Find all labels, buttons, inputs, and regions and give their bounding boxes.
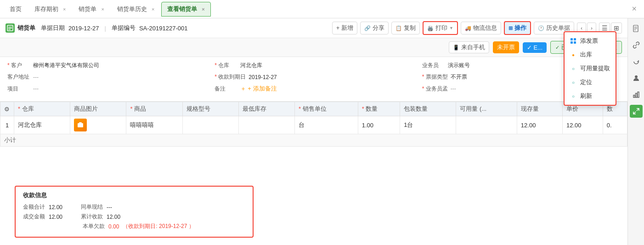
tab-sales-close[interactable]: × xyxy=(101,6,104,12)
col-current: 现存量 xyxy=(517,102,562,116)
dropdown-outbound[interactable]: ● 出库 xyxy=(565,48,616,62)
copy-button[interactable]: 📋 复制 xyxy=(391,22,420,34)
row-product-img xyxy=(70,116,126,134)
same-order-settlement-label: 同单现结 xyxy=(81,203,103,211)
copy-label: 复制 xyxy=(404,24,416,32)
row-spec xyxy=(182,116,238,134)
col-available: 可用量 (... xyxy=(456,102,517,116)
refresh-sidebar-icon[interactable] xyxy=(630,55,643,68)
col-product: * 商品 xyxy=(126,102,182,116)
chart-sidebar-icon[interactable] xyxy=(630,88,643,101)
current-due-value: 0.00 xyxy=(108,223,119,230)
dropdown-available-extract[interactable]: ○ 可用量提取 xyxy=(565,62,616,75)
available-extract-label: 可用量提取 xyxy=(580,64,610,73)
not-opened-button[interactable]: 未开票 xyxy=(493,41,519,53)
address-field: 客户地址 --- xyxy=(7,73,205,81)
tab-sales[interactable]: 销货单 × xyxy=(73,2,110,17)
refresh-icon: ○ xyxy=(570,93,576,99)
tab-sales-label: 销货单 xyxy=(79,5,96,13)
row-current: 12.00 xyxy=(517,116,562,134)
col-unit: * 销售单位 xyxy=(295,102,358,116)
svg-point-10 xyxy=(635,75,638,78)
table-header-row: ⚙ * 仓库 商品图片 * 商品 规格型号 最低库存 * 销售单位 * 数量 包… xyxy=(0,102,627,116)
customer-label: 客户 xyxy=(7,62,30,69)
svg-rect-16 xyxy=(571,38,573,40)
cumulative-receipt-item: 累计收款 12.00 xyxy=(81,213,120,221)
add-note-label: + 添加备注 xyxy=(248,85,277,93)
total-amount-label: 金额合计 xyxy=(23,203,45,211)
ops-button[interactable]: ⊞ 操作 xyxy=(504,21,531,35)
location-label: 定位 xyxy=(580,78,592,86)
expand-sidebar-icon[interactable] xyxy=(630,105,643,118)
window-close-button[interactable]: × xyxy=(628,4,640,14)
col-min-stock: 最低库存 xyxy=(238,102,294,116)
total-amount-value: 12.00 xyxy=(49,204,62,211)
form-row-3: 项目 --- 备注 ＋ + 添加备注 业务员孟 --- xyxy=(7,85,620,93)
date-value: 2019-12-27 xyxy=(68,25,99,32)
link-sidebar-icon[interactable] xyxy=(630,39,643,51)
confirm-label: ✓ E... xyxy=(527,44,542,51)
transaction-amount-item: 成交金额 12.00 xyxy=(23,213,62,221)
logistics-button[interactable]: 🚚 物流信息 xyxy=(461,22,501,34)
outbound-label: 出库 xyxy=(580,51,592,59)
svg-rect-18 xyxy=(571,41,573,44)
right-sidebar xyxy=(627,18,644,245)
note-field: 备注 ＋ + 添加备注 xyxy=(215,85,412,93)
row-warehouse: 河北仓库 xyxy=(14,116,70,134)
row-amount: 0. xyxy=(603,116,627,134)
date-label: 单据日期 xyxy=(41,24,65,32)
doc-sidebar-icon[interactable] xyxy=(630,22,643,35)
print-button[interactable]: 🖨️ 打印 ▼ xyxy=(423,21,458,35)
tab-inventory-label: 库存期初 xyxy=(34,5,58,13)
doc-title: 销货单 xyxy=(6,23,35,33)
new-label: + 新增 xyxy=(336,24,353,32)
row-product: 嘻嘻嘻嘻 xyxy=(126,116,182,134)
tab-home-label: 首页 xyxy=(10,5,22,13)
row-quantity: 1.00 xyxy=(358,116,400,134)
row-unit-price: 12.00 xyxy=(563,116,603,134)
doc-type-label: 销货单 xyxy=(17,24,35,32)
form-row-2: 客户地址 --- 收款到期日 2019-12-27 票据类型 不开票 xyxy=(7,73,620,81)
add-note-button[interactable]: ＋ + 添加备注 xyxy=(240,85,277,93)
product-image xyxy=(74,119,87,131)
tab-view-sales-close[interactable]: × xyxy=(202,6,204,12)
col-spec: 规格型号 xyxy=(182,102,238,116)
person-sidebar-icon[interactable] xyxy=(630,72,643,85)
tab-view-sales[interactable]: 查看销货单 × xyxy=(161,2,210,17)
tab-home[interactable]: 首页 xyxy=(4,2,28,17)
dropdown-refresh[interactable]: ○ 刷新 xyxy=(565,89,616,103)
confirm-button[interactable]: ✓ E... xyxy=(523,42,547,53)
sales-order-icon xyxy=(6,23,15,33)
dropdown-add-invoice[interactable]: 添发票 xyxy=(565,34,616,48)
current-due-label: 本单欠款 xyxy=(83,222,105,230)
share-label: 分享 xyxy=(373,24,384,32)
add-invoice-icon xyxy=(570,38,576,44)
not-opened-label: 未开票 xyxy=(497,43,515,51)
payment-row-1: 金额合计 12.00 同单现结 --- xyxy=(23,203,245,211)
biz-staff-label: 业务员孟 xyxy=(422,85,448,93)
outbound-icon: ● xyxy=(570,51,576,58)
tab-view-sales-label: 查看销货单 xyxy=(167,5,197,13)
tab-inventory[interactable]: 库存期初 × xyxy=(28,2,72,17)
from-phone-button[interactable]: 📱 来自手机 xyxy=(449,41,489,53)
warehouse-value: 河北仓库 xyxy=(240,62,262,69)
form-row-1: 客户 柳州粤港平安气体有限公司 仓库 河北仓库 业务员 演示账号 xyxy=(7,62,620,69)
row-index: 1 xyxy=(0,116,14,134)
plus-icon: ＋ xyxy=(240,85,246,93)
address-value: --- xyxy=(33,74,39,80)
number-label: 单据编号 xyxy=(112,24,136,32)
customer-field: 客户 柳州粤港平安气体有限公司 xyxy=(7,62,205,69)
tab-sales-history-close[interactable]: × xyxy=(152,6,154,12)
row-pack-qty: 1台 xyxy=(400,116,456,134)
svg-rect-5 xyxy=(79,122,82,124)
dropdown-location[interactable]: ○ 定位 xyxy=(565,75,616,89)
number-value: SA-20191227-001 xyxy=(139,25,188,32)
same-order-settlement-value: --- xyxy=(107,204,112,211)
tab-inventory-close[interactable]: × xyxy=(63,6,66,12)
form-section: 客户 柳州粤港平安气体有限公司 仓库 河北仓库 业务员 演示账号 客户地址 --… xyxy=(0,57,627,102)
row-unit: 台 xyxy=(295,116,358,134)
new-button[interactable]: + 新增 xyxy=(332,22,357,34)
share-button[interactable]: 🔗 分享 xyxy=(360,22,389,34)
tab-sales-history[interactable]: 销货单历史 × xyxy=(111,2,160,17)
warehouse-label: 仓库 xyxy=(215,62,237,69)
